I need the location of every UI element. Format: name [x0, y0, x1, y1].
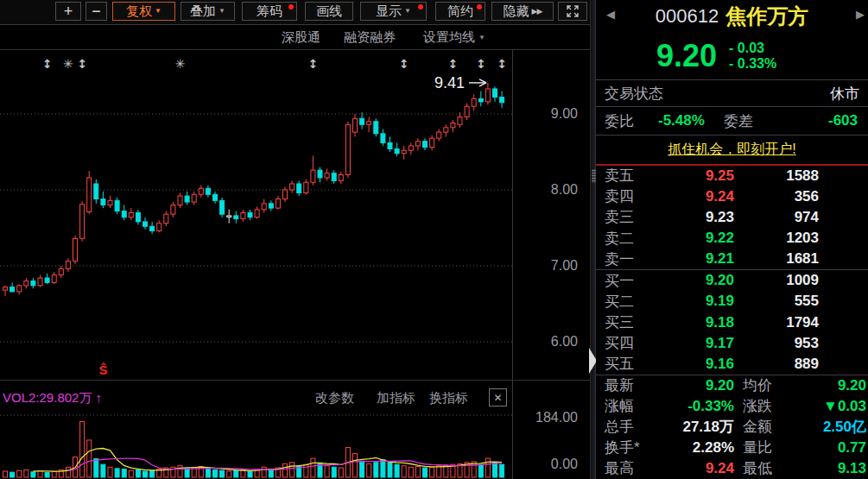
bid-volume: 555	[734, 293, 819, 310]
margin-trading-label: 融资融券	[344, 29, 396, 46]
price-tick: 9.00	[551, 106, 578, 122]
bid-row-1[interactable]: 买一 9.20 1009	[596, 270, 868, 291]
shenzhen-connect-link[interactable]: 深股通	[282, 25, 320, 49]
simple-mode-button[interactable]: 简约	[435, 2, 485, 21]
ask-row-3[interactable]: 卖三 9.23 974	[596, 207, 868, 228]
ask-price: 9.24	[649, 188, 734, 205]
margin-trading-link[interactable]: 融资融券	[344, 25, 396, 49]
switch-indicator-link[interactable]: 换指标	[429, 390, 468, 407]
overlay-button[interactable]: 叠加▼	[181, 2, 235, 21]
stat-label: 总手	[605, 417, 646, 437]
svg-text:✳: ✳	[175, 57, 186, 71]
weibi-label: 委比	[605, 111, 634, 131]
stat-value: 2.50亿	[793, 417, 868, 437]
ask-volume: 1588	[734, 167, 819, 185]
chevron-down-icon: ▼	[404, 8, 411, 15]
change-percent: - 0.33%	[729, 56, 776, 72]
ask-row-1[interactable]: 卖一 9.21 1681	[596, 249, 868, 269]
bid-label: 买二	[605, 292, 649, 312]
ad-row: 抓住机会，即刻开户!	[596, 136, 868, 163]
svg-text:↕: ↕	[308, 57, 319, 71]
hide-button[interactable]: 隐藏▶▶	[491, 2, 554, 21]
stat-label: 均价	[743, 375, 793, 395]
stock-code: 000612	[656, 5, 719, 28]
expand-corners-icon	[566, 4, 580, 18]
bid-price: 9.17	[649, 335, 734, 352]
stat-row: 最新 9.20 均价 9.20	[596, 375, 868, 396]
stat-label: 涨跌	[743, 396, 793, 416]
hide-label: 隐藏	[504, 3, 529, 20]
display-button[interactable]: 显示▼	[360, 2, 427, 21]
double-right-arrow-icon: ▶▶	[532, 7, 542, 16]
stat-label: 最低	[743, 458, 793, 478]
ma-settings-link[interactable]: 设置均线▼	[423, 25, 485, 49]
ask-row-5[interactable]: 卖五 9.25 1588	[596, 166, 868, 186]
price-tick: 7.00	[551, 258, 578, 274]
bid-label: 买三	[605, 312, 649, 332]
notification-dot-icon	[288, 4, 294, 9]
svg-text:↕: ↕	[399, 57, 409, 71]
ask-volume: 974	[734, 209, 819, 226]
panel-splitter[interactable]	[590, 0, 596, 479]
pane-divider	[0, 380, 591, 381]
adjust-price-button[interactable]: 复权▼	[112, 2, 175, 21]
quote-panel: ◀ 000612 焦作万方 ▶ 9.20 - 0.03 - 0.33% 交易状态…	[596, 0, 868, 479]
open-account-ad-link[interactable]: 抓住机会，即刻开户!	[668, 141, 795, 159]
bid-label: 买五	[605, 354, 649, 374]
volume-tick-zero: 0.00	[551, 457, 578, 472]
chip-label: 筹码	[257, 3, 282, 20]
bid-row-5[interactable]: 买五 9.16 889	[596, 354, 868, 375]
svg-text:✳: ✳	[63, 57, 73, 71]
ask-label: 卖三	[605, 207, 649, 227]
stock-header: ◀ 000612 焦作万方 ▶	[596, 0, 868, 32]
svg-text:Ŝ: Ŝ	[98, 362, 107, 377]
prev-stock-arrow-icon[interactable]: ◀	[606, 8, 615, 21]
bid-volume: 889	[734, 356, 819, 373]
chip-distribution-button[interactable]: 筹码	[242, 2, 297, 21]
add-indicator-link[interactable]: 加指标	[377, 390, 415, 407]
weibi-value: -5.48%	[658, 112, 705, 129]
adjust-price-label: 复权	[126, 3, 152, 20]
bid-row-4[interactable]: 买四 9.17 953	[596, 333, 868, 354]
order-ratio-row: 委比 -5.48% 委差 -603	[596, 107, 868, 135]
change-params-link[interactable]: 改参数	[315, 390, 354, 407]
draw-line-button[interactable]: 画线	[305, 2, 353, 21]
shenzhen-connect-label: 深股通	[282, 29, 320, 46]
svg-text:↕: ↕	[448, 57, 459, 71]
fullscreen-button[interactable]	[558, 2, 587, 21]
ask-row-2[interactable]: 卖二 9.22 1203	[596, 228, 868, 249]
zoom-out-label: −	[92, 3, 101, 21]
trading-status-row: 交易状态 休市	[596, 80, 868, 106]
zoom-in-button[interactable]: +	[55, 2, 81, 21]
ask-volume: 356	[734, 188, 819, 205]
change-amount: - 0.03	[729, 41, 776, 56]
kline-chart[interactable]: ↕✳↕✳↕↕↕↕↕Ŝ9.41	[0, 50, 512, 479]
chart-subtoolbar: 深股通 融资融券 设置均线▼	[0, 25, 591, 50]
bid-price: 9.20	[649, 272, 734, 289]
stat-value: 27.18万	[646, 417, 734, 437]
price-tick: 6.00	[551, 334, 578, 350]
ask-price: 9.21	[649, 250, 734, 268]
bid-row-2[interactable]: 买二 9.19 555	[596, 291, 868, 312]
stat-row: 换手* 2.28% 量比 0.77	[596, 438, 868, 458]
chevron-down-icon: ▼	[155, 8, 162, 15]
ask-label: 卖一	[605, 249, 649, 269]
stat-label: 涨幅	[605, 396, 646, 416]
bid-price: 9.18	[649, 314, 734, 331]
bid-row-3[interactable]: 买三 9.18 1794	[596, 312, 868, 332]
ask-row-4[interactable]: 卖四 9.24 356	[596, 186, 868, 207]
stock-name: 焦作万方	[725, 3, 808, 30]
ask-price: 9.25	[649, 167, 734, 185]
close-indicator-button[interactable]: ✕	[489, 388, 507, 407]
stat-value: -0.33%	[646, 398, 734, 415]
svg-text:↕: ↕	[42, 57, 53, 71]
bid-volume: 1794	[734, 314, 819, 331]
next-stock-arrow-icon[interactable]: ▶	[856, 8, 865, 21]
ask-label: 卖二	[605, 229, 649, 249]
bid-volume: 953	[734, 335, 819, 352]
zoom-out-button[interactable]: −	[86, 2, 107, 21]
svg-text:↕: ↕	[476, 57, 486, 71]
bid-label: 买四	[605, 333, 649, 353]
svg-text:9.41: 9.41	[434, 74, 465, 91]
stat-label: 最高	[605, 458, 646, 478]
